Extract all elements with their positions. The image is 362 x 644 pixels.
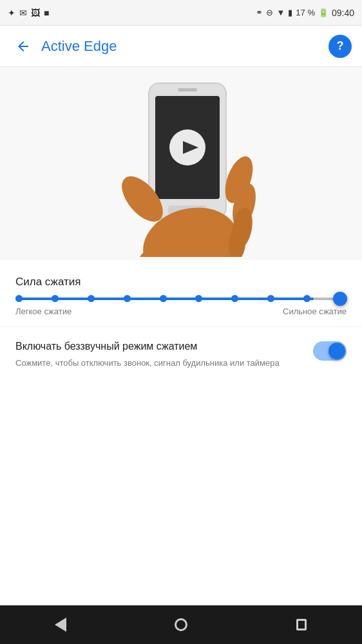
page-title: Active Edge <box>36 38 329 55</box>
toggle-text-block: Включать беззвучный режим сжатием Сожмит… <box>15 340 313 369</box>
slider-track[interactable] <box>15 298 347 300</box>
signal-icon: ▮ <box>288 8 292 17</box>
phone-hand-illustration <box>84 70 278 257</box>
toggle-description: Сожмите, чтобы отключить звонок, сигнал … <box>15 357 303 369</box>
svg-rect-3 <box>178 88 197 91</box>
navigation-bar <box>0 605 362 644</box>
nav-back-icon <box>55 618 66 632</box>
help-icon: ? <box>337 39 344 53</box>
nav-home-button[interactable] <box>165 609 197 641</box>
slider-labels: Легкое сжатие Сильное сжатие <box>15 307 347 316</box>
status-bar-left: ✦ ✉ 🖼 ■ <box>8 8 49 18</box>
nav-home-icon <box>175 618 187 631</box>
bluetooth-icon: ⚭ <box>256 8 263 17</box>
slider-max-label: Сильное сжатие <box>283 307 347 316</box>
toggle-title: Включать беззвучный режим сжатием <box>15 340 303 354</box>
toggle-knob <box>329 343 345 359</box>
battery-icon: 🔋 <box>318 8 329 17</box>
nav-recents-button[interactable] <box>285 609 318 641</box>
slider-thumb[interactable] <box>333 292 347 306</box>
back-button[interactable] <box>10 33 36 59</box>
time-display: 09:40 <box>332 8 354 18</box>
status-bar: ✦ ✉ 🖼 ■ ⚭ ⊖ ▼ ▮ 17 % 🔋 09:40 <box>0 0 362 26</box>
status-bar-right: ⚭ ⊖ ▼ ▮ 17 % 🔋 09:40 <box>256 8 354 18</box>
battery-text: 17 % <box>296 8 315 17</box>
mail-icon: ✉ <box>19 8 27 18</box>
squeeze-strength-section: Сила сжатия <box>0 260 362 327</box>
slider-fill <box>15 298 314 300</box>
help-button[interactable]: ? <box>329 35 352 58</box>
illustration-area[interactable] <box>0 67 362 260</box>
image-icon: 🖼 <box>31 8 40 18</box>
slider-label: Сила сжатия <box>15 276 347 289</box>
slider-min-label: Легкое сжатие <box>15 307 71 316</box>
settings-content: Сила сжатия <box>0 260 362 382</box>
app-bar: Active Edge ? <box>0 26 362 67</box>
slider-container[interactable] <box>15 298 347 300</box>
minus-circle-icon: ⊖ <box>266 8 273 17</box>
silent-mode-toggle-row[interactable]: Включать беззвучный режим сжатием Сожмит… <box>0 327 362 382</box>
nav-recents-icon <box>296 619 307 630</box>
nav-back-button[interactable] <box>44 609 77 641</box>
silent-mode-toggle[interactable] <box>313 341 347 361</box>
wifi-icon: ▼ <box>276 8 285 17</box>
square-icon: ■ <box>44 8 49 18</box>
google-icon: ✦ <box>8 8 15 18</box>
